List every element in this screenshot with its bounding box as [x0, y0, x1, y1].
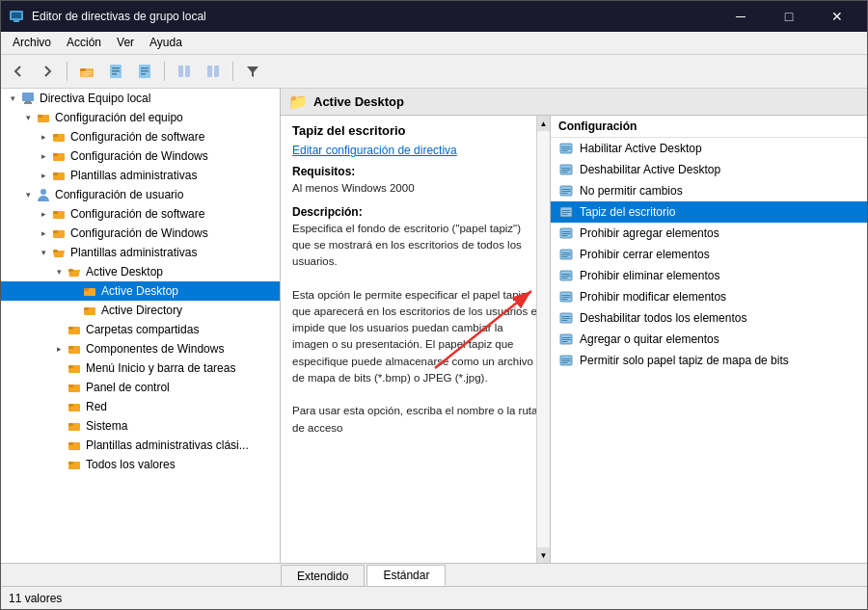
breadcrumb-bar: 📁 Active Desktop: [281, 89, 867, 116]
back-icon: [11, 64, 26, 79]
tree-item-carpetas-compartidas[interactable]: Carpetas compartidas: [1, 320, 280, 339]
tree-item-active-desktop-parent[interactable]: ▾Active Desktop: [1, 262, 280, 281]
menu-item-archivo[interactable]: Archivo: [5, 34, 59, 51]
edit-link[interactable]: Editar configuración de directiva: [292, 144, 457, 157]
tree-expander-plantillas-admin-us[interactable]: ▾: [36, 245, 51, 260]
menu-item-acción[interactable]: Acción: [59, 34, 109, 51]
tree-expander-config-equipo[interactable]: ▾: [20, 110, 36, 125]
maximize-button[interactable]: □: [767, 1, 811, 32]
settings-item-5[interactable]: Prohibir cerrar elementos: [551, 244, 867, 265]
tree-item-config-usuario[interactable]: ▾Configuración de usuario: [1, 185, 280, 204]
settings-item-1[interactable]: Deshabilitar Active Desktop: [551, 159, 867, 180]
tree-item-panel-control[interactable]: Panel de control: [1, 378, 280, 397]
toolbar-btn6[interactable]: [200, 58, 227, 85]
settings-item-4[interactable]: Prohibir agregar elementos: [551, 223, 867, 244]
toolbar-sep3: [232, 62, 233, 81]
tree-item-config-software-eq[interactable]: ▸Configuración de software: [1, 127, 280, 146]
edit-link-container: Editar configuración de directiva: [292, 144, 538, 157]
tree-item-componentes-windows[interactable]: ▸Componentes de Windows: [1, 339, 280, 358]
settings-item-10[interactable]: Permitir solo papel tapiz de mapa de bit…: [551, 350, 867, 371]
settings-item-icon-10: [558, 353, 574, 368]
tree-item-plantillas-clasicas[interactable]: Plantillas administrativas clási...: [1, 436, 280, 455]
tree-expander-root[interactable]: ▾: [5, 91, 20, 106]
scroll-down-button[interactable]: ▼: [537, 547, 551, 563]
svg-rect-2: [14, 20, 19, 22]
svg-rect-75: [562, 231, 571, 232]
description-text: Especifica el fondo de escritorio ("pape…: [292, 221, 538, 437]
tree-expander-active-desktop-parent[interactable]: ▾: [51, 264, 67, 279]
tree-item-root[interactable]: ▾Directiva Equipo local: [1, 89, 280, 108]
tree-icon-sistema: [67, 418, 82, 434]
tree-item-config-windows-eq[interactable]: ▸Configuración de Windows: [1, 146, 280, 166]
settings-item-icon-4: [558, 225, 574, 241]
tree-expander-config-software-us[interactable]: ▸: [36, 206, 51, 222]
tree-expander-active-desktop: [67, 283, 82, 299]
tree-item-config-windows-us[interactable]: ▸Configuración de Windows: [1, 224, 280, 243]
tree-item-todos-valores[interactable]: Todos los valores: [1, 455, 280, 474]
svg-rect-11: [112, 73, 117, 75]
toolbar-btn2[interactable]: [73, 58, 100, 85]
settings-item-0[interactable]: Habilitar Active Desktop: [551, 138, 867, 159]
tree-item-plantillas-admin-us[interactable]: ▾Plantillas administrativas: [1, 243, 280, 262]
tab-1[interactable]: Estándar: [366, 565, 446, 586]
tree-label-plantillas-clasicas: Plantillas administrativas clási...: [86, 438, 249, 452]
tab-0[interactable]: Extendido: [281, 565, 365, 586]
tree-item-active-directory[interactable]: Active Directory: [1, 301, 280, 320]
settings-item-8[interactable]: Deshabilitar todos los elementos: [551, 307, 867, 329]
toolbar-sep1: [67, 62, 68, 81]
page1-icon: [176, 64, 192, 79]
toolbar-btn4[interactable]: [131, 58, 158, 85]
toolbar-btn5[interactable]: [171, 58, 198, 85]
settings-item-2[interactable]: No permitir cambios: [551, 180, 867, 201]
svg-rect-87: [562, 295, 571, 296]
settings-item-icon-6: [558, 268, 574, 283]
description-label: Descripción:: [292, 205, 538, 219]
tree-item-config-equipo[interactable]: ▾Configuración del equipo: [1, 108, 280, 127]
tree-expander-componentes-windows[interactable]: ▸: [51, 341, 67, 357]
tree-item-config-software-us[interactable]: ▸Configuración de software: [1, 204, 280, 224]
back-button[interactable]: [5, 58, 32, 85]
tree-label-menu-inicio: Menú Inicio y barra de tareas: [86, 361, 235, 375]
svg-rect-92: [562, 318, 571, 319]
tree-item-red[interactable]: Red: [1, 397, 280, 416]
menu-item-ver[interactable]: Ver: [109, 34, 142, 51]
tree-icon-config-software-us: [51, 206, 67, 222]
tree-expander-config-usuario[interactable]: ▾: [20, 187, 36, 202]
settings-item-icon-0: [558, 141, 574, 156]
desc-content: Tapiz del escritorio Editar configuració…: [281, 116, 550, 444]
svg-rect-81: [562, 256, 568, 257]
settings-item-label-9: Agregar o quitar elementos: [580, 332, 719, 346]
tree-label-panel-control: Panel de control: [86, 381, 170, 394]
svg-rect-21: [25, 101, 31, 102]
menu-item-ayuda[interactable]: Ayuda: [142, 34, 190, 51]
tree-item-active-desktop[interactable]: Active Desktop: [1, 281, 280, 301]
toolbar-btn3[interactable]: [102, 58, 129, 85]
tree-item-menu-inicio[interactable]: Menú Inicio y barra de tareas: [1, 358, 280, 378]
tree-icon-red: [67, 399, 82, 414]
tree-expander-todos-valores: [51, 457, 67, 472]
tree-item-sistema[interactable]: Sistema: [1, 416, 280, 436]
tree-expander-config-software-eq[interactable]: ▸: [36, 129, 51, 145]
settings-panel: Configuración Habilitar Active DesktopDe…: [551, 116, 867, 563]
svg-rect-89: [562, 299, 568, 300]
forward-button[interactable]: [34, 58, 61, 85]
tree-expander-red: [51, 399, 67, 414]
filter-button[interactable]: [239, 58, 266, 85]
settings-item-7[interactable]: Prohibir modificar elementos: [551, 286, 867, 307]
close-button[interactable]: ✕: [815, 1, 859, 32]
tree-expander-config-windows-eq[interactable]: ▸: [36, 148, 51, 164]
settings-item-icon-9: [558, 332, 574, 347]
tree-expander-plantillas-admin-eq[interactable]: ▸: [36, 168, 51, 183]
settings-item-9[interactable]: Agregar o quitar elementos: [551, 329, 867, 350]
title-bar: Editor de directivas de grupo local ─ □ …: [1, 1, 867, 32]
minimize-button[interactable]: ─: [719, 1, 763, 32]
tree-item-plantillas-admin-eq[interactable]: ▸Plantillas administrativas: [1, 166, 280, 185]
settings-item-3[interactable]: Tapiz del escritorio: [551, 201, 867, 223]
tabs-bar: ExtendidoEstándar: [1, 563, 867, 586]
settings-item-6[interactable]: Prohibir eliminar elementos: [551, 265, 867, 286]
scroll-up-button[interactable]: ▲: [537, 116, 551, 131]
folder-view-icon: [79, 64, 95, 79]
svg-rect-33: [53, 211, 58, 214]
tree-expander-config-windows-us[interactable]: ▸: [36, 225, 51, 241]
svg-rect-101: [562, 362, 568, 363]
